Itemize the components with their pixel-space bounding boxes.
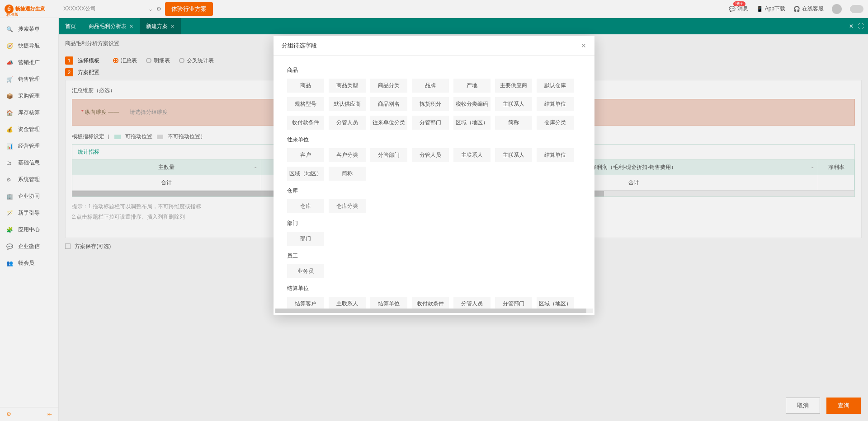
- field-chip[interactable]: 仓库: [287, 199, 324, 213]
- field-chip[interactable]: 商品分类: [370, 79, 407, 93]
- field-chip[interactable]: 分管人员: [453, 297, 491, 309]
- field-group-title: 部门: [287, 220, 581, 227]
- chip-list: 业务员: [287, 264, 581, 278]
- field-group-title: 结算单位: [287, 285, 581, 292]
- field-chip[interactable]: 业务员: [287, 264, 324, 278]
- modal-mask: 分组待选字段 ✕ 商品商品商品类型商品分类品牌产地主要供应商默认仓库规格型号默认…: [0, 0, 868, 421]
- modal-title: 分组待选字段: [282, 42, 317, 50]
- field-chip[interactable]: 主联系人: [453, 148, 491, 162]
- field-chip[interactable]: 产地: [453, 79, 491, 93]
- field-chip[interactable]: 分管部门: [412, 116, 449, 130]
- field-chip[interactable]: 商品类型: [329, 79, 366, 93]
- field-chip[interactable]: 结算客户: [287, 297, 324, 309]
- field-group: 员工业务员: [287, 252, 581, 278]
- field-group: 仓库仓库仓库分类: [287, 187, 581, 213]
- field-group: 往来单位客户客户分类分管部门分管人员主联系人主联系人结算单位区域（地区）简称: [287, 136, 581, 181]
- field-chip[interactable]: 商品别名: [370, 97, 407, 111]
- field-chip[interactable]: 主联系人: [495, 148, 532, 162]
- field-chip[interactable]: 品牌: [412, 79, 449, 93]
- field-chip[interactable]: 默认仓库: [537, 79, 574, 93]
- field-chip[interactable]: 分管人员: [329, 116, 366, 130]
- field-chip[interactable]: 客户分类: [329, 148, 366, 162]
- field-chip[interactable]: 简称: [329, 167, 366, 181]
- field-group-title: 员工: [287, 252, 581, 260]
- field-chip[interactable]: 主联系人: [495, 97, 532, 111]
- field-chip[interactable]: 主联系人: [329, 297, 366, 309]
- field-chip[interactable]: 拣货积分: [412, 97, 449, 111]
- close-icon[interactable]: ✕: [581, 42, 586, 49]
- modal-header: 分组待选字段 ✕: [274, 36, 594, 56]
- field-chip[interactable]: 分管部门: [495, 297, 532, 309]
- modal-h-scroll-thumb[interactable]: [275, 309, 586, 313]
- field-chip[interactable]: 部门: [287, 232, 324, 246]
- field-chip[interactable]: 分管部门: [370, 148, 407, 162]
- field-group-title: 仓库: [287, 187, 581, 195]
- field-chip[interactable]: 结算单位: [537, 97, 574, 111]
- field-chip[interactable]: 结算单位: [370, 297, 407, 309]
- chip-list: 结算客户主联系人结算单位收付款条件分管人员分管部门区域（地区）简称: [287, 297, 581, 309]
- field-group-title: 往来单位: [287, 136, 581, 144]
- field-group: 商品商品商品类型商品分类品牌产地主要供应商默认仓库规格型号默认供应商商品别名拣货…: [287, 66, 581, 130]
- field-chip[interactable]: 规格型号: [287, 97, 324, 111]
- field-chip[interactable]: 仓库分类: [329, 199, 366, 213]
- chip-list: 仓库仓库分类: [287, 199, 581, 213]
- field-chip[interactable]: 商品: [287, 79, 324, 93]
- field-group: 部门部门: [287, 220, 581, 246]
- field-chip[interactable]: 税收分类编码: [453, 97, 491, 111]
- field-chip[interactable]: 区域（地区）: [537, 297, 574, 309]
- field-chip[interactable]: 收付款条件: [412, 297, 449, 309]
- field-chip[interactable]: 收付款条件: [287, 116, 324, 130]
- field-chip[interactable]: 往来单位分类: [370, 116, 407, 130]
- chip-list: 部门: [287, 232, 581, 246]
- field-chip[interactable]: 简称: [495, 116, 532, 130]
- field-group-title: 商品: [287, 66, 581, 74]
- chip-list: 商品商品类型商品分类品牌产地主要供应商默认仓库规格型号默认供应商商品别名拣货积分…: [287, 79, 581, 130]
- modal-h-scrollbar[interactable]: [275, 309, 593, 313]
- field-chip[interactable]: 主要供应商: [495, 79, 532, 93]
- field-chip[interactable]: 仓库分类: [537, 116, 574, 130]
- field-chip[interactable]: 默认供应商: [329, 97, 366, 111]
- field-chip[interactable]: 区域（地区）: [453, 116, 491, 130]
- field-group: 结算单位结算客户主联系人结算单位收付款条件分管人员分管部门区域（地区）简称: [287, 285, 581, 309]
- modal-body[interactable]: 商品商品商品类型商品分类品牌产地主要供应商默认仓库规格型号默认供应商商品别名拣货…: [274, 56, 594, 309]
- chip-list: 客户客户分类分管部门分管人员主联系人主联系人结算单位区域（地区）简称: [287, 148, 581, 181]
- field-chip[interactable]: 区域（地区）: [287, 167, 324, 181]
- field-chip[interactable]: 结算单位: [537, 148, 574, 162]
- field-chip[interactable]: 客户: [287, 148, 324, 162]
- group-field-modal: 分组待选字段 ✕ 商品商品商品类型商品分类品牌产地主要供应商默认仓库规格型号默认…: [274, 36, 594, 315]
- field-chip[interactable]: 分管人员: [412, 148, 449, 162]
